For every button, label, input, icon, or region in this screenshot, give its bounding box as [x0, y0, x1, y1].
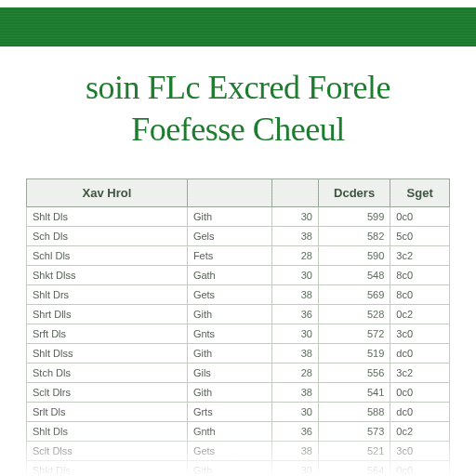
table-cell: 38	[271, 442, 318, 461]
table-cell: 3c0	[390, 442, 450, 461]
table-row: Sclt DlrsGith385410c0	[27, 383, 450, 403]
table-cell: 0c2	[390, 305, 450, 324]
table-cell: 0c0	[390, 383, 450, 403]
table-container: Xav Hrol Dcders Sget Shlt DlsGith305990c…	[0, 178, 476, 476]
table-cell: Srlt Dls	[27, 403, 188, 422]
table-cell: Stch Dls	[27, 364, 188, 383]
table-cell: 0c0	[390, 207, 450, 227]
table-cell: Gith	[187, 305, 271, 324]
table-cell: 8c0	[390, 266, 450, 285]
table-cell: Gith	[187, 461, 271, 477]
col-header-2	[187, 179, 271, 207]
table-cell: 556	[318, 364, 390, 383]
table-cell: 588	[318, 403, 390, 422]
table-cell: Gith	[187, 383, 271, 403]
table-row: Srft DlsGnts305723c0	[27, 324, 450, 344]
table-cell: Shrt Dlls	[27, 305, 188, 324]
table-cell: 30	[271, 266, 318, 285]
table-cell: Gnth	[187, 422, 271, 442]
table-cell: dc0	[390, 344, 450, 364]
table-cell: Sch Dls	[27, 227, 188, 246]
table-cell: Shkt Dls	[27, 461, 188, 477]
table-cell: 582	[318, 227, 390, 246]
table-cell: 5c0	[390, 227, 450, 246]
title-line-1: soin FLc Excred Forele	[19, 67, 457, 109]
table-cell: Gels	[187, 227, 271, 246]
table-cell: Shlt Dls	[27, 422, 188, 442]
table-cell: 0c0	[390, 461, 450, 477]
table-cell: Gith	[187, 207, 271, 227]
table-cell: 573	[318, 422, 390, 442]
table-cell: 0c2	[390, 422, 450, 442]
table-cell: Shlt Drs	[27, 285, 188, 305]
table-cell: Shlt Dlss	[27, 344, 188, 364]
table-cell: 36	[271, 422, 318, 442]
table-cell: Sclt Dlrs	[27, 383, 188, 403]
table-cell: Gils	[187, 364, 271, 383]
table-cell: 30	[271, 403, 318, 422]
table-row: Sclt DlssGets385213c0	[27, 442, 450, 461]
table-cell: Schl Dls	[27, 246, 188, 266]
table-cell: 36	[271, 305, 318, 324]
table-cell: 548	[318, 266, 390, 285]
table-header-row: Xav Hrol Dcders Sget	[27, 179, 450, 207]
table-cell: 38	[271, 227, 318, 246]
table-row: Stch DlsGils285563c2	[27, 364, 450, 383]
title-line-2: Foefesse Cheeul	[19, 109, 457, 151]
table-cell: dc0	[390, 403, 450, 422]
col-header-5: Sget	[390, 179, 450, 207]
table-cell: Sclt Dlss	[27, 442, 188, 461]
table-cell: Grts	[187, 403, 271, 422]
table-row: Srlt DlsGrts30588dc0	[27, 403, 450, 422]
table-cell: Gets	[187, 442, 271, 461]
table-row: Shlt DlssGith38519dc0	[27, 344, 450, 364]
table-row: Shlt DrsGets385698c0	[27, 285, 450, 305]
table-cell: 8c0	[390, 285, 450, 305]
table-row: Shkt DlssGath305488c0	[27, 266, 450, 285]
col-header-4: Dcders	[318, 179, 390, 207]
table-cell: 590	[318, 246, 390, 266]
table-cell: 599	[318, 207, 390, 227]
table-cell: 38	[271, 285, 318, 305]
table-cell: 528	[318, 305, 390, 324]
table-cell: Srft Dls	[27, 324, 188, 344]
table-cell: Gith	[187, 344, 271, 364]
table-cell: 541	[318, 383, 390, 403]
table-cell: 3c2	[390, 364, 450, 383]
table-row: Shlt DlsGith305990c0	[27, 207, 450, 227]
table-cell: 30	[271, 461, 318, 477]
table-cell: 3c0	[390, 324, 450, 344]
table-cell: Fets	[187, 246, 271, 266]
table-cell: 28	[271, 364, 318, 383]
table-cell: 572	[318, 324, 390, 344]
col-header-3	[271, 179, 318, 207]
table-row: Shlt DlsGnth365730c2	[27, 422, 450, 442]
col-header-1: Xav Hrol	[27, 179, 188, 207]
table-cell: Gets	[187, 285, 271, 305]
table-cell: 30	[271, 324, 318, 344]
data-table: Xav Hrol Dcders Sget Shlt DlsGith305990c…	[26, 178, 450, 476]
top-banner	[0, 7, 476, 46]
table-cell: 3c2	[390, 246, 450, 266]
table-cell: 30	[271, 207, 318, 227]
title-block: soin FLc Excred Forele Foefesse Cheeul	[0, 46, 476, 178]
table-row: Schl DlsFets285903c2	[27, 246, 450, 266]
table-row: Shrt DllsGith365280c2	[27, 305, 450, 324]
table-cell: 569	[318, 285, 390, 305]
table-cell: 521	[318, 442, 390, 461]
table-cell: 38	[271, 383, 318, 403]
table-cell: 564	[318, 461, 390, 477]
table-cell: 28	[271, 246, 318, 266]
table-cell: Gnts	[187, 324, 271, 344]
table-cell: Gath	[187, 266, 271, 285]
table-row: Sch DlsGels385825c0	[27, 227, 450, 246]
table-row: Shkt DlsGith305640c0	[27, 461, 450, 477]
table-cell: Shlt Dls	[27, 207, 188, 227]
table-cell: 38	[271, 344, 318, 364]
table-cell: 519	[318, 344, 390, 364]
table-cell: Shkt Dlss	[27, 266, 188, 285]
